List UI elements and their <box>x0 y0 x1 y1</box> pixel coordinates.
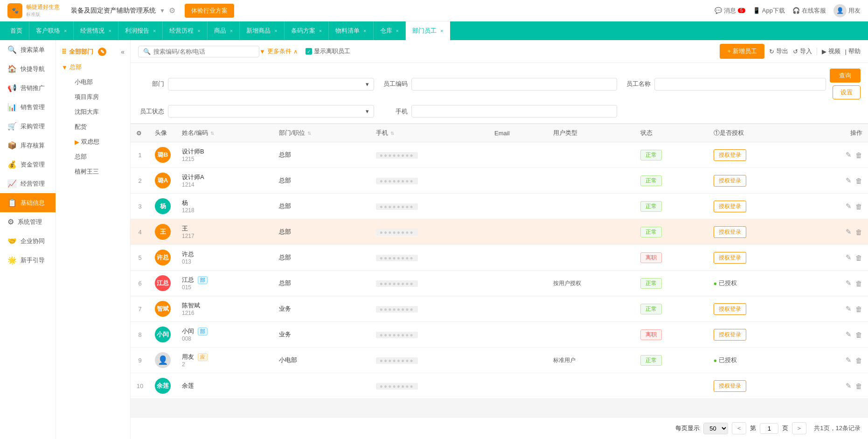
auth-login-button[interactable]: 授权登录 <box>714 303 746 315</box>
dept-node-小电部[interactable]: 小电部 <box>63 75 130 90</box>
edit-icon[interactable]: ✎ <box>846 279 852 287</box>
sidebar-item-基础信息[interactable]: 📋基础信息 <box>0 193 56 212</box>
search-box[interactable]: 🔍 <box>138 46 259 57</box>
edit-icon[interactable]: ✎ <box>846 356 852 364</box>
page-number-input[interactable] <box>760 423 778 434</box>
phone-input[interactable] <box>411 105 618 118</box>
trial-button[interactable]: 体验行业方案 <box>185 4 234 18</box>
collapse-btn[interactable]: « <box>121 48 125 56</box>
auth-login-button[interactable]: 授权登录 <box>714 175 746 187</box>
add-employee-button[interactable]: + 新增员工 <box>720 44 764 59</box>
nav-tab-仓库[interactable]: 仓库× <box>374 21 406 40</box>
sidebar-item-搜索菜单[interactable]: 🔍搜索菜单 <box>0 40 56 59</box>
nav-tab-经营情况[interactable]: 经营情况× <box>74 21 118 40</box>
auth-login-button[interactable]: 授权登录 <box>714 226 746 238</box>
inactive-checkbox[interactable]: ✓ <box>306 48 312 55</box>
dept-node-项目库房[interactable]: 项目库房 <box>63 90 130 105</box>
message-button[interactable]: 💬 消息 5 <box>715 7 745 15</box>
sidebar-item-快捷导航[interactable]: 🏠快捷导航 <box>0 59 56 78</box>
app-download-button[interactable]: 📱 App下载 <box>753 7 785 15</box>
edit-icon[interactable]: ✎ <box>846 382 852 390</box>
nav-tab-商品[interactable]: 商品× <box>208 21 240 40</box>
export-button[interactable]: ↻ 导出 <box>769 47 788 56</box>
close-tab-icon[interactable]: × <box>153 28 156 34</box>
auth-login-button[interactable]: 授权登录 <box>714 252 746 264</box>
edit-icon[interactable]: ✎ <box>846 228 852 236</box>
emp-code-input[interactable] <box>411 78 618 91</box>
delete-icon[interactable]: 🗑 <box>855 331 862 339</box>
nav-tab-经营历程[interactable]: 经营历程× <box>163 21 207 40</box>
nav-tab-利润报告[interactable]: 利润报告× <box>118 21 163 40</box>
dept-node-双虑想[interactable]: ▶双虑想 <box>63 134 130 149</box>
import-button[interactable]: ↺ 导入 <box>793 47 812 56</box>
delete-icon[interactable]: 🗑 <box>855 151 862 159</box>
sidebar-item-销售管理[interactable]: 📊销售管理 <box>0 98 56 117</box>
sidebar-item-资金管理[interactable]: 💰资金管理 <box>0 155 56 174</box>
nav-tab-客户联络[interactable]: 客户联络× <box>29 21 74 40</box>
more-filter-button[interactable]: ▼ 更多条件 ∧ <box>259 47 298 56</box>
close-tab-icon[interactable]: × <box>363 28 366 34</box>
show-inactive-toggle[interactable]: ✓ 显示离职员工 <box>306 47 350 56</box>
dept-node-总部[interactable]: 总部 <box>63 149 130 164</box>
delete-icon[interactable]: 🗑 <box>855 305 862 313</box>
close-tab-icon[interactable]: × <box>440 28 443 34</box>
video-button[interactable]: ▶ 视频 <box>822 47 840 56</box>
nav-tab-物料清单[interactable]: 物料清单× <box>329 21 373 40</box>
auth-login-button[interactable]: 授权登录 <box>714 201 746 212</box>
dropdown-arrow-icon[interactable]: ▼ <box>160 7 165 14</box>
th-phone[interactable]: 手机 ⇅ <box>370 124 489 142</box>
dept-filter-select[interactable]: ▾ <box>168 78 374 91</box>
edit-icon[interactable]: ✎ <box>846 176 852 185</box>
nav-tab-部门员工[interactable]: 部门员工× <box>406 21 450 40</box>
delete-icon[interactable]: 🗑 <box>855 254 862 262</box>
close-tab-icon[interactable]: × <box>108 28 111 34</box>
sidebar-item-库存核算[interactable]: 📦库存核算 <box>0 136 56 155</box>
per-page-select[interactable]: 50 <box>703 423 728 434</box>
emp-name-input[interactable] <box>654 78 826 91</box>
emp-status-select[interactable]: ▾ <box>168 105 374 118</box>
delete-icon[interactable]: 🗑 <box>855 202 862 210</box>
gear-icon[interactable]: ⚙ <box>169 6 175 15</box>
close-tab-icon[interactable]: × <box>64 28 67 34</box>
sidebar-item-经营管理[interactable]: 📈经营管理 <box>0 174 56 193</box>
edit-icon[interactable]: ✎ <box>846 330 852 339</box>
prev-page-button[interactable]: ＜ <box>732 422 746 434</box>
dept-node-沈阳大库[interactable]: 沈阳大库 <box>63 105 130 119</box>
sidebar-item-系统管理[interactable]: ⚙系统管理 <box>0 212 56 231</box>
delete-icon[interactable]: 🗑 <box>855 356 862 364</box>
help-button[interactable]: | 帮助 <box>845 47 861 56</box>
sidebar-item-营销推广[interactable]: 📢营销推广 <box>0 78 56 98</box>
nav-tab-首页[interactable]: 首页 <box>4 21 29 40</box>
next-page-button[interactable]: ＞ <box>792 422 806 434</box>
th-dept-position[interactable]: 部门/职位 ⇅ <box>273 124 370 142</box>
close-tab-icon[interactable]: × <box>319 28 322 34</box>
auth-login-button[interactable]: 授权登录 <box>714 380 746 392</box>
search-input[interactable] <box>153 48 254 55</box>
close-tab-icon[interactable]: × <box>230 28 233 34</box>
query-button[interactable]: 查询 <box>830 69 861 83</box>
th-name-code[interactable]: 姓名/编码 ⇅ <box>176 124 273 142</box>
auth-login-button[interactable]: 授权登录 <box>714 329 746 341</box>
edit-icon[interactable]: ✎ <box>846 202 852 210</box>
sidebar-item-采购管理[interactable]: 🛒采购管理 <box>0 117 56 136</box>
close-tab-icon[interactable]: × <box>274 28 277 34</box>
sidebar-item-企业协同[interactable]: 🤝企业协同 <box>0 231 56 251</box>
delete-icon[interactable]: 🗑 <box>855 228 862 236</box>
delete-icon[interactable]: 🗑 <box>855 279 862 287</box>
dept-node-植树王三[interactable]: 植树王三 <box>63 164 130 179</box>
edit-icon[interactable]: ✎ <box>846 151 852 159</box>
delete-icon[interactable]: 🗑 <box>855 177 862 185</box>
th-settings[interactable]: ⚙ <box>131 124 149 142</box>
dept-node-配货[interactable]: 配货 <box>63 119 130 134</box>
delete-icon[interactable]: 🗑 <box>855 382 862 390</box>
nav-tab-条码方案[interactable]: 条码方案× <box>285 21 329 40</box>
close-tab-icon[interactable]: × <box>197 28 200 34</box>
edit-icon[interactable]: ✎ <box>846 305 852 313</box>
close-tab-icon[interactable]: × <box>396 28 399 34</box>
sidebar-item-新手引导[interactable]: 🌟新手引导 <box>0 251 56 270</box>
online-service-button[interactable]: 🎧 在线客服 <box>792 7 826 15</box>
user-area[interactable]: 👤 用友 <box>833 4 861 17</box>
edit-icon[interactable]: ✎ <box>846 253 852 262</box>
nav-tab-新增商品[interactable]: 新增商品× <box>240 21 284 40</box>
auth-login-button[interactable]: 授权登录 <box>714 149 746 161</box>
